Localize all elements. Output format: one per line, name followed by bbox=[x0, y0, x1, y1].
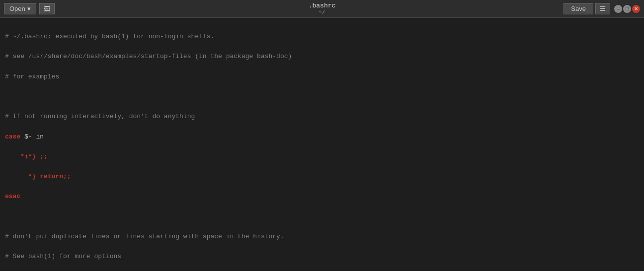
line-2: # see /usr/share/doc/bash/examples/start… bbox=[5, 52, 639, 62]
open-button[interactable]: Open ▾ bbox=[4, 3, 36, 14]
line-6: case $- in bbox=[5, 132, 639, 142]
titlebar-right: Save ☰ – □ ✕ bbox=[564, 3, 640, 14]
minimize-button[interactable]: – bbox=[614, 5, 622, 13]
line-11: # don't put duplicate lines or lines sta… bbox=[5, 232, 639, 242]
open-dropdown-icon: ▾ bbox=[27, 5, 31, 12]
image-icon-button[interactable]: 🖼 bbox=[39, 3, 55, 14]
editor-area[interactable]: # ~/.bashrc: executed by bash(1) for non… bbox=[0, 18, 644, 271]
titlebar-left: Open ▾ 🖼 bbox=[4, 3, 55, 14]
titlebar-center: .bashrc ~/ bbox=[309, 2, 336, 15]
line-5: # If not running interactively, don't do… bbox=[5, 112, 639, 122]
titlebar: Open ▾ 🖼 .bashrc ~/ Save ☰ – □ ✕ bbox=[0, 0, 644, 18]
maximize-button[interactable]: □ bbox=[623, 5, 631, 13]
line-8: *) return;; bbox=[5, 172, 639, 182]
save-button[interactable]: Save bbox=[564, 3, 593, 14]
file-path: ~/ bbox=[309, 9, 336, 15]
file-title: .bashrc bbox=[309, 2, 336, 9]
line-10 bbox=[5, 212, 639, 222]
line-7: *i*) ;; bbox=[5, 152, 639, 162]
line-12: # See bash(1) for more options bbox=[5, 252, 639, 262]
window-controls: – □ ✕ bbox=[614, 5, 640, 13]
line-1: # ~/.bashrc: executed by bash(1) for non… bbox=[5, 32, 639, 42]
line-4 bbox=[5, 92, 639, 102]
open-label: Open bbox=[9, 5, 25, 12]
menu-icon: ☰ bbox=[600, 5, 606, 12]
menu-button[interactable]: ☰ bbox=[595, 3, 610, 14]
line-3: # for examples bbox=[5, 72, 639, 82]
close-button[interactable]: ✕ bbox=[632, 5, 640, 13]
line-9: esac bbox=[5, 192, 639, 202]
